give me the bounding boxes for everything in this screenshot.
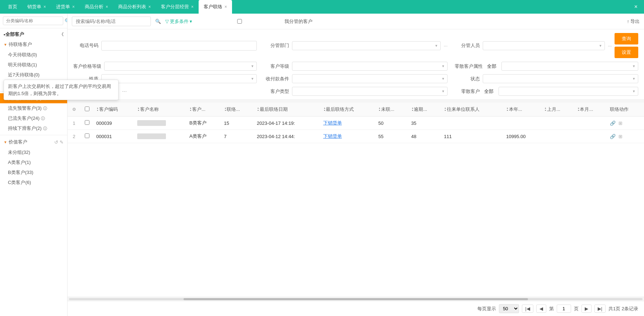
page-number-input[interactable] [557,305,571,313]
sidebar-all-customers-title[interactable]: ▪ 全部客户 《 [0,28,67,39]
content-area: 🔍 ▽ 更多条件 ▾ 我分管的客户 ↑ 导出 电话号码 分管部 [68,14,644,316]
chevron-down-icon: ▾ [190,19,192,24]
next-page-button[interactable]: ▶ [582,305,592,313]
retail-customer-select[interactable]: ▾ [499,87,638,96]
row-last-contact-method[interactable]: 下销货单 [320,130,376,143]
sidebar-waiting-contact-group[interactable]: ▼ 待联络客户 [0,39,67,50]
retail-attr-select[interactable]: ▾ [501,62,638,71]
sidebar-item-lost-pre[interactable]: 流失预警客户(3) ⓘ [0,103,67,113]
refresh-icon[interactable]: ↺ [54,140,58,145]
query-button[interactable]: 查询 [615,33,638,44]
nav-purchase-order[interactable]: 进货单 × [51,0,80,14]
filter-icon: ▽ [165,19,169,24]
col-sort-icon: ∶ [137,107,140,112]
nav-product-analysis-list[interactable]: 商品分析列表 × [113,0,156,14]
last-page-button[interactable]: ▶| [594,305,606,313]
status-select[interactable]: ▾ [483,74,638,83]
manager-select[interactable]: ▾ [483,41,605,50]
sidebar-item-already-lost[interactable]: 已流失客户(24) ⓘ [0,113,67,123]
more-conditions-button[interactable]: ▽ 更多条件 ▾ [165,18,192,25]
link-action-icon[interactable]: 🔗 [610,121,616,126]
nav-close-contact[interactable]: × [224,4,227,9]
sidebar-search-input[interactable] [3,16,63,25]
manager-dots[interactable]: ··· [444,43,448,48]
grid-action-icon[interactable]: ⊞ [618,134,622,139]
nav-customer-contact[interactable]: 客户联络 × [199,0,232,14]
table-row: 1 000039 B类客户 15 2023-04-17 14:19: 下销货单 … [68,117,644,130]
retail-attr-label: 零散客户属性 [455,63,483,70]
first-page-button[interactable]: |◀ [522,305,533,313]
col-this-year: ∶ 本年... [503,103,541,117]
sidebar-item-today-contact[interactable]: 今天待联络(0) [0,50,67,60]
payment-select[interactable]: ▾ [292,74,448,83]
my-customers-checkbox-label[interactable]: 我分管的客户 [196,18,312,25]
link-action-icon[interactable]: 🔗 [610,134,616,139]
sidebar-search-icon[interactable]: 🔍 [65,18,68,24]
sidebar-item-keep-down[interactable]: 持续下滑客户(2) ⓘ [0,123,67,133]
row-checkbox[interactable] [85,120,89,125]
nav-customer-segment[interactable]: 客户分层经营 × [156,0,199,14]
select-all-checkbox[interactable] [85,107,89,111]
nav-close-segment[interactable]: × [191,4,194,9]
row-last-contact-method[interactable]: 下销货单 [320,117,376,130]
sidebar-value-customers-group[interactable]: ▼ 价值客户 ↺ ✎ [0,137,67,147]
nav-close-product-list[interactable]: × [148,4,151,9]
row-last-contact-date: 2023-04-17 14:19: [254,117,320,130]
sidebar-item-7days-contact[interactable]: 近7天待联络(0) [0,70,67,80]
dept-select[interactable]: ▾ [292,41,441,50]
nav-home[interactable]: 首页 [3,0,22,14]
col-last-month: ∶ 上月... [541,103,574,117]
export-button[interactable]: ↑ 导出 [627,18,640,25]
row-checkbox-cell[interactable] [80,117,93,130]
edit-icon[interactable]: ✎ [60,140,64,145]
filter-action-buttons: 查询 设置 [615,33,638,58]
info-icon-lost: ⓘ [43,106,47,111]
row-no-contact: 50 [375,117,408,130]
col-settings[interactable]: ⚙ [68,103,80,117]
retail-attr-all-label: 全部 [487,63,496,70]
arrow-down-icon: ▼ [4,43,7,47]
filter-row-manager: 分管人员 ▾ ··· 查询 设置 [455,33,638,58]
my-customers-checkbox[interactable] [196,19,283,24]
tooltip-box: 距客户上次交易时长，超过了此客户的平均交易周期的1.5倍，则视为异常。 [68,80,119,100]
nav-product-analysis[interactable]: 商品分析 × [80,0,113,14]
price-level-select[interactable]: ▾ [104,62,257,71]
filter-row-phone: 电话号码 [73,33,257,58]
sidebar-item-class-c[interactable]: C类客户(6) [0,178,67,188]
nav-close-purchase[interactable]: × [72,4,75,9]
grid-action-icon[interactable]: ⊞ [618,121,622,126]
col-contact-count: ∶ 联络... [221,103,254,117]
col-customer-name: ∶ 客户名称 [134,103,186,117]
nav-sales-order[interactable]: 销货单 × [22,0,51,14]
search-button[interactable]: 🔍 [155,19,161,24]
sidebar-item-tomorrow-contact[interactable]: 明天待联络(1) [0,60,67,70]
col-checkbox[interactable] [80,103,93,117]
row-checkbox-cell[interactable] [80,130,93,143]
row-overdue: 35 [408,117,441,130]
prev-page-button[interactable]: ◀ [536,305,546,313]
settings-button[interactable]: 设置 [615,47,638,58]
page-prefix: 第 [549,306,554,312]
total-records: 共1页 2条记录 [608,306,638,312]
customer-level-select[interactable]: ▾ [292,62,448,71]
sidebar-item-class-a[interactable]: A类客户(1) [0,157,67,168]
dept-dots[interactable]: ··· [608,43,612,48]
per-page-select[interactable]: 50 20 100 [499,304,519,313]
sidebar-collapse-button[interactable]: 《 [59,32,64,38]
row-checkbox[interactable] [85,133,89,138]
nav-close-product-analysis[interactable]: × [106,4,108,9]
sidebar-item-unclassified[interactable]: 未分组(32) [0,147,67,157]
data-table-wrapper: ⚙ ∶ 客户编码 ∶ 客户名称 ∶ 客户... ∶ 联络... [68,103,644,297]
sidebar-item-class-b[interactable]: B类客户(33) [0,168,67,178]
scrollbar-thumb[interactable] [184,298,528,300]
customer-type-select[interactable]: ▾ [292,87,448,96]
horizontal-scrollbar[interactable] [68,297,644,301]
phone-input[interactable] [101,41,257,51]
table-row: 2 000031 A类客户 7 2023-04-12 14:44: 下销货单 5… [68,130,644,143]
search-input[interactable] [72,16,151,26]
nav-close-sales[interactable]: × [43,4,46,9]
gender-select[interactable]: ▾ [101,74,257,83]
manager-label: 分管人员 [455,42,480,49]
window-close-button[interactable]: × [631,4,641,10]
chevron-cust: ▾ [442,64,444,69]
